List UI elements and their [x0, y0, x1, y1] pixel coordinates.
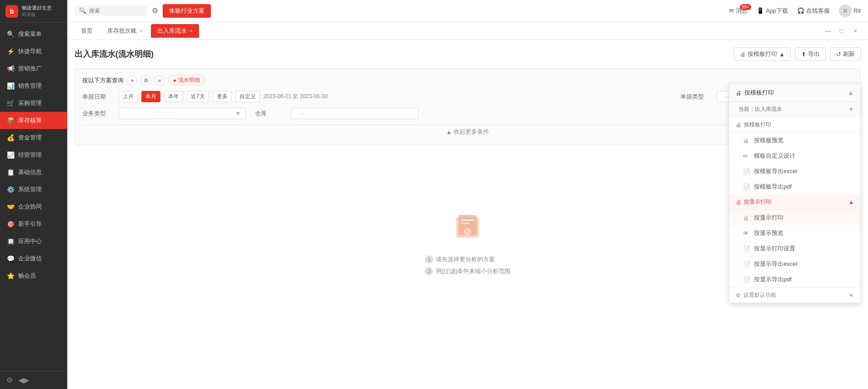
svg-text:!: !: [466, 229, 468, 234]
display-preview-item[interactable]: 👁 按显示预览: [729, 225, 860, 241]
sidebar-item-operation[interactable]: 📈 经营管理: [0, 146, 67, 164]
template-print-section[interactable]: 🖨 按模板打印: [729, 117, 860, 133]
dropdown-current: 当前：出入库流水 ▼: [729, 102, 860, 117]
sidebar-item-label: 库存核算: [18, 116, 61, 125]
main-area: 🔍 ⚙ 体验行业方案 ✉ 消息 99+ 📱 App下载 🎧 在线客服 R: [67, 0, 868, 389]
sidebar-item-guide[interactable]: 🎯 新手引导: [0, 215, 67, 233]
search-input[interactable]: [89, 8, 135, 14]
gear-icon[interactable]: ⚙: [152, 6, 158, 15]
sidebar-item-coop[interactable]: 🤝 企业协同: [0, 198, 67, 215]
collapse-up-icon: ▲: [446, 129, 452, 135]
display-settings-label: 按显示打印设置: [754, 244, 795, 253]
template-preview-icon: 🖨: [743, 137, 750, 144]
display-pdf-item[interactable]: 📄 按显示导出pdf: [729, 272, 860, 287]
app-name: 畅捷通好生意: [22, 5, 52, 11]
sidebar-item-inventory[interactable]: 📦 库存核算: [0, 112, 67, 129]
date-btn-more[interactable]: 更多: [213, 91, 232, 102]
app-version: 标准版: [22, 11, 52, 18]
online-service-btn[interactable]: 🎧 在线客服: [797, 7, 830, 15]
filter-settings-btn[interactable]: ⚙: [141, 75, 151, 85]
minimize-btn[interactable]: —: [823, 25, 833, 36]
add-filter-btn[interactable]: +: [127, 75, 137, 85]
purchase-icon: 🛒: [6, 100, 15, 107]
topbar-search-box[interactable]: 🔍: [75, 5, 147, 16]
app-download-btn[interactable]: 📱 App下载: [757, 7, 788, 15]
sidebar-item-label: 畅会员: [18, 272, 61, 280]
display-excel-item[interactable]: 📄 按显示导出excel: [729, 256, 860, 272]
export-btn[interactable]: ⬆ 导出: [795, 47, 826, 61]
close-window-btn[interactable]: ×: [850, 25, 861, 36]
search-icon: 🔍: [6, 30, 15, 38]
tab-flow[interactable]: 出入库流水 ×: [151, 24, 199, 38]
sidebar-item-wechat[interactable]: 💬 企业微信: [0, 250, 67, 267]
template-preview-item[interactable]: 🖨 按模板预览: [729, 133, 860, 148]
sidebar-item-search[interactable]: 🔍 搜索菜单: [0, 25, 67, 43]
tip-num-1: 1: [425, 255, 433, 264]
settings-footer-icon[interactable]: ⚙: [6, 376, 13, 384]
tab-flow-close[interactable]: ×: [190, 28, 193, 34]
sidebar-item-label: 企业微信: [18, 254, 61, 263]
content-area: 出入库流水(流水明细) 🖨 按模板打印 ▲ ⬆ 导出 ↺ 刷新: [67, 40, 868, 389]
collapse-sidebar-icon[interactable]: ◀▶: [18, 376, 29, 384]
app-logo: b 畅捷通好生意 标准版: [0, 0, 67, 23]
tab-home[interactable]: 首页: [75, 24, 99, 38]
sidebar-item-quick[interactable]: ⚡ 快捷导航: [0, 43, 67, 60]
display-print-section[interactable]: 🖨 按显示打印 ▲: [729, 194, 860, 210]
dropdown-footer[interactable]: ⚙ 设置默认功能 ▼: [729, 287, 860, 303]
coop-icon: 🤝: [6, 203, 15, 210]
message-btn[interactable]: ✉ 消息 99+: [729, 7, 748, 15]
date-range-text: 2023-06-01 至 2023-06-30: [264, 93, 328, 100]
sidebar-item-label: 营销推广: [18, 65, 61, 73]
sidebar-item-system[interactable]: ⚙️ 系统管理: [0, 181, 67, 198]
maximize-btn[interactable]: □: [836, 25, 847, 36]
template-excel-item[interactable]: 📄 按模板导出excel: [729, 164, 860, 179]
display-settings-item[interactable]: 📄 按显示打印设置: [729, 241, 860, 256]
display-excel-label: 按显示导出excel: [754, 260, 797, 268]
template-pdf-item[interactable]: 📄 按模板导出pdf: [729, 179, 860, 194]
industry-btn[interactable]: 体验行业方案: [163, 4, 211, 18]
page-header: 出入库流水(流水明细) 🖨 按模板打印 ▲ ⬆ 导出 ↺ 刷新: [75, 47, 861, 61]
refresh-btn[interactable]: ↺ 刷新: [830, 47, 861, 61]
template-design-item[interactable]: ✏ 模板自定义设计: [729, 148, 860, 164]
sidebar-item-purchase[interactable]: 🛒 采购管理: [0, 95, 67, 112]
tab-batch-close[interactable]: ×: [140, 28, 143, 34]
sidebar-item-label: 应用中心: [18, 237, 61, 245]
biz-type-select[interactable]: ▼: [119, 108, 246, 119]
date-btn-custom[interactable]: 自定义: [235, 91, 260, 102]
filter-collapse-btn[interactable]: «: [155, 75, 165, 85]
sidebar-item-marketing[interactable]: 📢 营销推广: [0, 60, 67, 77]
sidebar-item-sales[interactable]: 📊 销售管理: [0, 77, 67, 95]
date-btn-this-year[interactable]: 本年: [164, 91, 183, 102]
date-btn-7days[interactable]: 近7天: [187, 91, 209, 102]
display-section-label: 按显示打印: [744, 198, 771, 206]
sidebar-item-finance[interactable]: 💰 资金管理: [0, 129, 67, 146]
biz-type-label: 业务类型: [82, 110, 110, 118]
display-print-item[interactable]: 🖨 按显示打印: [729, 210, 860, 225]
template-pdf-icon: 📄: [743, 184, 750, 190]
user-avatar: R: [839, 5, 852, 17]
filter-tag[interactable]: ● 流水明细: [168, 75, 205, 85]
system-icon: ⚙️: [6, 186, 15, 193]
tab-batch[interactable]: 库存批次账 ×: [101, 24, 149, 38]
footer-content: ⚙ 设置默认功能: [736, 291, 776, 299]
date-btn-last-month[interactable]: 上月: [119, 91, 138, 102]
template-excel-label: 按模板导出excel: [754, 167, 797, 175]
dropdown-collapse-btn[interactable]: ▲: [848, 89, 854, 96]
template-print-icon: 🖨: [736, 122, 741, 128]
warehouse-select[interactable]: ···: [291, 108, 419, 119]
user-menu[interactable]: R Rit: [839, 5, 861, 17]
display-preview-label: 按显示预览: [754, 229, 783, 237]
print-btn[interactable]: 🖨 按模板打印 ▲: [734, 47, 791, 61]
empty-tips: 1 请先选择要分析的方案 2 用[过滤]条件来缩小分析范围: [425, 254, 510, 277]
tabs-actions: — □ ×: [823, 25, 861, 36]
display-section-icon: 🖨: [736, 199, 741, 205]
guide-icon: 🎯: [6, 220, 15, 228]
sidebar-item-basic[interactable]: 📋 基础信息: [0, 164, 67, 181]
tip-text-2: 用[过滤]条件来缩小分析范围: [436, 265, 510, 277]
date-btn-this-month[interactable]: 本月: [141, 91, 160, 102]
sidebar-item-apps[interactable]: 🔲 应用中心: [0, 233, 67, 250]
template-pdf-label: 按模板导出pdf: [754, 183, 792, 191]
template-print-label: 按模板打印: [744, 121, 771, 129]
svg-rect-3: [461, 223, 470, 224]
sidebar-item-member[interactable]: ⭐ 畅会员: [0, 267, 67, 284]
